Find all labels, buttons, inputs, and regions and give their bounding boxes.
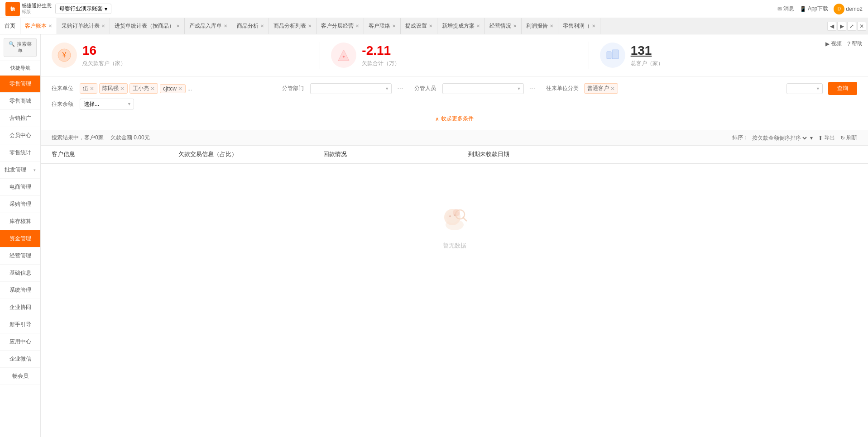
stat-block-customers: ¥ 16 总欠款客户（家） <box>52 43 320 68</box>
tab-customer-tier[interactable]: 客户分层经营 ✕ <box>317 18 364 34</box>
unit-filter-tags: 伍 ✕ 陈民强 ✕ 王小亮 ✕ cjttcw ✕ ... <box>80 83 277 94</box>
sidebar-quick-nav[interactable]: 快捷导航 <box>0 61 40 76</box>
sidebar-search-label: 搜索菜单 <box>17 41 32 53</box>
sidebar-item-enterprise-wechat[interactable]: 企业微信 <box>0 351 40 368</box>
tab-business-status[interactable]: 经营情况 ✕ <box>485 18 522 34</box>
doc-help-btn[interactable]: ? 帮助 <box>847 40 863 48</box>
person-filter-select[interactable] <box>442 83 524 94</box>
result-bar-right: 排序： 按欠款金额倒序排序 ▾ ⬆ 导出 ↻ 刷新 <box>732 134 857 142</box>
sidebar-item-app-center[interactable]: 应用中心 <box>0 333 40 351</box>
tab-profit-report[interactable]: 利润报告 ✕ <box>522 18 558 34</box>
sidebar-item-member-center[interactable]: 会员中心 <box>0 127 40 144</box>
sidebar-item-business-mgmt-label: 经营管理 <box>10 252 31 259</box>
tab-goods-analysis-label: 商品分析 <box>237 22 259 30</box>
result-bar: 搜索结果中，客户0家 欠款金额 0.00元 排序： 按欠款金额倒序排序 ▾ ⬆ … <box>41 130 868 146</box>
close-icon[interactable]: ✕ <box>224 24 227 28</box>
close-icon[interactable]: ✕ <box>429 24 432 28</box>
sidebar-item-retail-mgmt[interactable]: 零售管理 <box>0 76 40 93</box>
sidebar-item-marketing-label: 营销推广 <box>10 115 31 121</box>
person-filter-more-dots[interactable]: ··· <box>529 85 535 92</box>
tab-expand-btn[interactable]: ⤢ <box>847 22 856 31</box>
tab-customer-contact-label: 客户联络 <box>369 22 390 30</box>
export-label: 导出 <box>824 134 835 142</box>
stat-help-area: ▶ 视频 ? 帮助 <box>825 40 863 48</box>
close-icon[interactable]: ✕ <box>48 24 52 28</box>
sidebar-item-retail-stats[interactable]: 零售统计 <box>0 144 40 162</box>
sidebar-item-new-guide[interactable]: 新手引导 <box>0 316 40 333</box>
close-icon[interactable]: ✕ <box>176 24 180 28</box>
stat-label-customers: 总欠款客户（家） <box>82 60 309 67</box>
empty-text: 暂无数据 <box>443 242 466 250</box>
remove-unit-2-btn[interactable]: ✕ <box>120 86 125 92</box>
query-btn[interactable]: 查询 <box>828 82 857 95</box>
logo-area: 畅 畅捷通好生意 标版 <box>5 2 52 16</box>
tab-goods-analysis-list[interactable]: 商品分析列表 ✕ <box>269 18 317 34</box>
sort-select[interactable]: 按欠款金额倒序排序 <box>750 134 808 142</box>
sidebar-item-system-mgmt[interactable]: 系统管理 <box>0 282 40 299</box>
sidebar-item-marketing[interactable]: 营销推广 <box>0 110 40 127</box>
tab-next-btn[interactable]: ▶ <box>837 22 846 31</box>
refresh-btn[interactable]: ↻ 刷新 <box>840 134 857 142</box>
sidebar-item-basic-info[interactable]: 基础信息 <box>0 265 40 282</box>
tab-close-all-btn[interactable]: ✕ <box>857 22 866 31</box>
sidebar-item-capital-mgmt[interactable]: 资金管理 <box>0 230 40 247</box>
close-icon[interactable]: ✕ <box>513 24 517 28</box>
dept-filter-select[interactable] <box>310 83 392 94</box>
tab-goods-analysis[interactable]: 商品分析 ✕ <box>232 18 269 34</box>
remove-unit-class-1-btn[interactable]: ✕ <box>610 86 615 92</box>
remove-unit-4-btn[interactable]: ✕ <box>178 86 182 92</box>
account-selector[interactable]: 母婴行业演示账套 ▾ <box>55 4 111 14</box>
remove-unit-3-btn[interactable]: ✕ <box>150 86 155 92</box>
user-area[interactable]: D demo2 <box>834 4 863 14</box>
sidebar-item-member[interactable]: 畅会员 <box>0 368 40 385</box>
tab-new-plan[interactable]: 新增提成方案 ✕ <box>437 18 485 34</box>
sort-select-wrap: 排序： 按欠款金额倒序排序 ▾ <box>732 134 813 142</box>
table-header-debt-info: 欠款交易信息（占比） <box>178 150 323 158</box>
sidebar-search-btn[interactable]: 🔍 搜索菜单 <box>4 38 37 57</box>
tab-remind-settings[interactable]: 提成设置 ✕ <box>401 18 437 34</box>
app-download-btn[interactable]: 📱 App下载 <box>800 5 828 13</box>
sidebar-item-wholesale-mgmt[interactable]: 批发管理 ▾ <box>0 162 40 179</box>
filter-more-btn[interactable]: ... <box>187 86 192 92</box>
tab-retail-profit[interactable]: 零售利润（ ✕ <box>558 18 600 34</box>
sidebar-item-enterprise-coop[interactable]: 企业协同 <box>0 299 40 316</box>
filter-area: 往来单位 伍 ✕ 陈民强 ✕ 王小亮 ✕ cjttcw <box>41 76 868 130</box>
tab-purchase-order[interactable]: 采购订单统计表 ✕ <box>57 18 110 34</box>
tab-prev-btn[interactable]: ◀ <box>827 22 836 31</box>
balance-filter-select[interactable]: 选择... <box>80 99 134 109</box>
sidebar-item-inventory-check[interactable]: 库存核算 <box>0 213 40 230</box>
close-icon[interactable]: ✕ <box>592 24 595 28</box>
message-btn[interactable]: ✉ 消息 <box>777 5 794 13</box>
close-icon[interactable]: ✕ <box>550 24 553 28</box>
sidebar-item-ecommerce-mgmt[interactable]: 电商管理 <box>0 179 40 196</box>
tab-instock-stats[interactable]: 进货单统计表（按商品） ✕ <box>110 18 185 34</box>
close-icon[interactable]: ✕ <box>260 24 264 28</box>
sidebar-item-retail-shop-label: 零售商城 <box>10 98 31 104</box>
tab-home[interactable]: 首页 <box>0 18 20 34</box>
close-icon[interactable]: ✕ <box>101 24 105 28</box>
unit-class-select[interactable] <box>786 83 823 94</box>
tab-business-status-label: 经营情况 <box>489 22 511 30</box>
app-download-label: App下载 <box>808 5 828 13</box>
close-icon[interactable]: ✕ <box>392 24 396 28</box>
close-icon[interactable]: ✕ <box>308 24 312 28</box>
sidebar-item-basic-info-label: 基础信息 <box>10 270 31 276</box>
tab-customer-balance[interactable]: 客户账本 ✕ <box>20 18 57 34</box>
tab-customer-contact[interactable]: 客户联络 ✕ <box>364 18 401 34</box>
video-help-btn[interactable]: ▶ 视频 <box>825 40 842 48</box>
export-btn[interactable]: ⬆ 导出 <box>818 134 835 142</box>
dept-filter-more-dots[interactable]: ··· <box>397 85 403 92</box>
remove-unit-1-btn[interactable]: ✕ <box>90 86 94 92</box>
close-icon[interactable]: ✕ <box>355 24 359 28</box>
sidebar-item-retail-shop[interactable]: 零售商城 <box>0 93 40 110</box>
sidebar-item-business-mgmt[interactable]: 经营管理 <box>0 247 40 265</box>
doc-help-label: 帮助 <box>852 40 863 48</box>
empty-illustration <box>436 200 473 236</box>
stat-icon-debt: ✦ <box>331 43 356 68</box>
sidebar-item-purchase-mgmt[interactable]: 采购管理 <box>0 196 40 213</box>
filter-row-1: 往来单位 伍 ✕ 陈民强 ✕ 王小亮 ✕ cjttcw <box>52 82 857 95</box>
close-icon[interactable]: ✕ <box>476 24 480 28</box>
result-count-text: 搜索结果中，客户0家 <box>52 134 104 141</box>
collapse-btn[interactable]: ∧ 收起更多条件 <box>435 113 474 124</box>
tab-production-instock[interactable]: 产成品入库单 ✕ <box>185 18 232 34</box>
